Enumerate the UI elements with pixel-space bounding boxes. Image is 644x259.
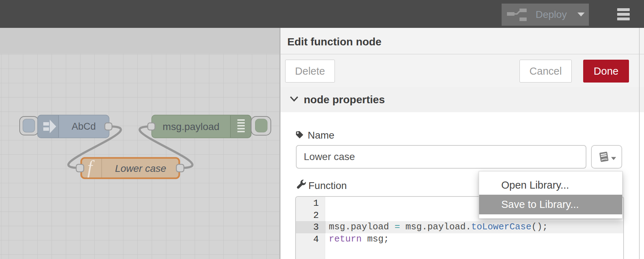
svg-text:Lower case: Lower case <box>115 163 166 174</box>
svg-text:msg.payload: msg.payload <box>163 121 220 132</box>
svg-text:AbCd: AbCd <box>72 121 96 132</box>
